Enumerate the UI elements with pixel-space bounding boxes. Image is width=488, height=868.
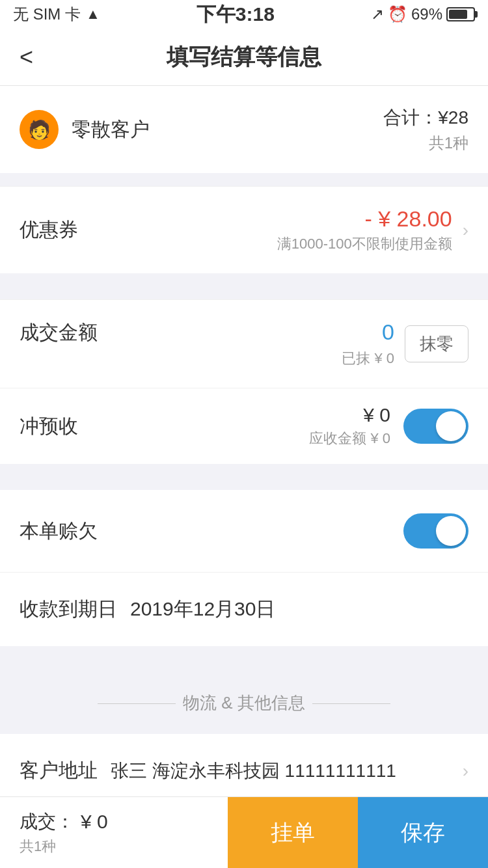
credit-toggle-knob — [436, 516, 466, 546]
status-bar: 无 SIM 卡 ▲ 下午3:18 ↗ ⏰ 69% — [0, 0, 488, 29]
logistics-section-header: 物流 & 其他信息 — [0, 672, 488, 734]
bottom-deal-label: 成交： — [20, 809, 74, 834]
coupon-amount: - ¥ 28.00 — [277, 206, 452, 232]
status-right: ↗ ⏰ 69% — [371, 5, 475, 23]
transaction-row: 成交金额 0 已抹 ¥ 0 抹零 — [0, 299, 488, 388]
total-count: 共1种 — [383, 133, 468, 154]
divider-3 — [0, 659, 488, 672]
coupon-desc: 满1000-100不限制使用金额 — [277, 234, 452, 254]
transaction-card: 成交金额 0 已抹 ¥ 0 抹零 冲预收 ¥ 0 应收金额 ¥ 0 — [0, 299, 488, 464]
total-amount: 合计：¥28 — [383, 105, 468, 130]
bottom-deal-amount: ¥ 0 — [81, 811, 108, 833]
coupon-card: 优惠券 - ¥ 28.00 满1000-100不限制使用金额 › — [0, 186, 488, 273]
bottom-info: 成交： ¥ 0 共1种 — [0, 797, 228, 868]
customer-name: 零散客户 — [72, 116, 150, 143]
customer-total: 合计：¥28 共1种 — [383, 105, 468, 154]
round-off-button[interactable]: 抹零 — [405, 325, 468, 362]
avatar-icon: 🧑 — [28, 119, 51, 141]
customer-row: 🧑 零散客户 合计：¥28 共1种 — [0, 86, 488, 173]
customer-card: 🧑 零散客户 合计：¥28 共1种 — [0, 86, 488, 173]
credit-toggle[interactable] — [403, 513, 468, 549]
bottom-deal-line: 成交： ¥ 0 — [20, 809, 208, 834]
prereceive-amount: ¥ 0 — [309, 404, 390, 426]
status-time: 下午3:18 — [197, 1, 275, 28]
credit-row: 本单赊欠 — [0, 490, 488, 572]
nav-bar: < 填写结算等信息 — [0, 29, 488, 86]
back-button[interactable]: < — [13, 37, 40, 77]
due-date-row: 收款到期日 2019年12月30日 — [0, 572, 488, 646]
coupon-right: - ¥ 28.00 满1000-100不限制使用金额 › — [277, 206, 468, 254]
prereceive-row: 冲预收 ¥ 0 应收金额 ¥ 0 — [0, 388, 488, 464]
prereceive-right: ¥ 0 应收金额 ¥ 0 — [309, 404, 468, 448]
divider-2 — [0, 477, 488, 490]
transaction-label: 成交金额 — [20, 319, 98, 346]
address-value: 张三 海淀永丰科技园 11111111111 — [111, 759, 450, 783]
bottom-bar: 成交： ¥ 0 共1种 挂单 保存 — [0, 796, 488, 868]
prereceive-sub: 应收金额 ¥ 0 — [309, 429, 390, 448]
credit-label: 本单赊欠 — [20, 518, 98, 545]
prereceive-toggle[interactable] — [403, 409, 468, 444]
battery-icon — [446, 7, 475, 21]
status-left: 无 SIM 卡 ▲ — [13, 4, 100, 25]
main-content: 🧑 零散客户 合计：¥28 共1种 优惠券 - ¥ 28.00 满1000-10… — [0, 86, 488, 868]
location-icon: ↗ — [371, 5, 384, 23]
toggle-knob — [436, 411, 466, 441]
customer-info: 🧑 零散客户 — [20, 110, 150, 149]
logistics-label: 物流 & 其他信息 — [183, 693, 305, 712]
coupon-row[interactable]: 优惠券 - ¥ 28.00 满1000-100不限制使用金额 › — [0, 186, 488, 273]
address-chevron-icon: › — [463, 761, 468, 781]
divider-1 — [0, 286, 488, 299]
due-date-label: 收款到期日 — [20, 596, 117, 623]
alarm-icon: ⏰ — [388, 5, 407, 23]
battery-percent: 69% — [411, 5, 442, 23]
battery-fill — [449, 10, 467, 19]
due-date-value: 2019年12月30日 — [130, 596, 275, 623]
coupon-label: 优惠券 — [20, 217, 78, 243]
address-label: 客户地址 — [20, 757, 98, 784]
carrier-text: 无 SIM 卡 — [13, 4, 81, 25]
prereceive-label: 冲预收 — [20, 413, 78, 440]
hold-button[interactable]: 挂单 — [228, 797, 358, 868]
avatar: 🧑 — [20, 110, 59, 149]
save-button[interactable]: 保存 — [358, 797, 488, 868]
chevron-right-icon: › — [463, 220, 468, 241]
bottom-count: 共1种 — [20, 837, 208, 856]
credit-card: 本单赊欠 收款到期日 2019年12月30日 — [0, 490, 488, 646]
page-title: 填写结算等信息 — [167, 42, 321, 72]
transaction-value[interactable]: 0 — [382, 319, 394, 345]
prereceive-value-block: ¥ 0 应收金额 ¥ 0 — [309, 404, 390, 448]
transaction-sub: 已抹 ¥ 0 — [342, 349, 394, 368]
wifi-icon: ▲ — [86, 6, 100, 23]
amount-input-area: 0 已抹 ¥ 0 — [342, 319, 394, 368]
transaction-right: 0 已抹 ¥ 0 抹零 — [342, 319, 468, 368]
coupon-value-block: - ¥ 28.00 满1000-100不限制使用金额 — [277, 206, 452, 254]
